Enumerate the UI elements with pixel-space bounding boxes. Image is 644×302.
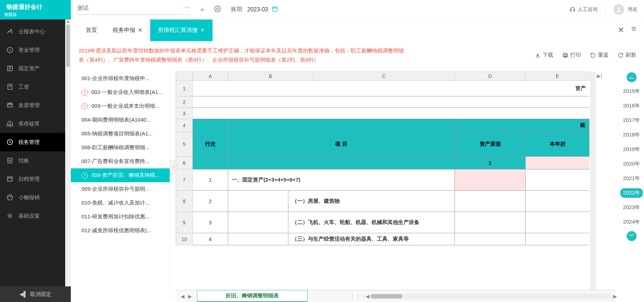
nav-item[interactable]: 发票管理 bbox=[0, 96, 65, 114]
collapse-list-button[interactable]: 《 bbox=[170, 160, 175, 174]
refresh-button[interactable]: 刷新 bbox=[618, 52, 636, 58]
sheet-hscrollbar[interactable]: ◀ ▶ bbox=[371, 293, 612, 299]
cell[interactable]: 账 bbox=[455, 119, 589, 132]
close-all-button[interactable]: ✕ bbox=[618, 26, 624, 35]
cell[interactable]: 2 bbox=[193, 191, 228, 212]
row-header[interactable]: 7 bbox=[176, 169, 193, 191]
sheet-grip[interactable]: ⋮⋮⋮ bbox=[350, 293, 367, 299]
cell[interactable] bbox=[193, 157, 228, 169]
nav-item[interactable]: 结账 bbox=[0, 151, 65, 170]
cell[interactable] bbox=[455, 191, 526, 212]
row-header[interactable]: 10 bbox=[176, 233, 193, 245]
nav-item[interactable]: 小畅报销 bbox=[0, 188, 65, 207]
cell[interactable] bbox=[526, 169, 589, 191]
row-header[interactable]: 1 bbox=[176, 81, 193, 96]
cell[interactable] bbox=[193, 119, 228, 132]
cell[interactable] bbox=[455, 233, 526, 245]
col-header[interactable]: D bbox=[455, 72, 526, 81]
cell[interactable] bbox=[193, 108, 589, 119]
nav-item[interactable]: 基础设置 bbox=[0, 207, 65, 225]
settings-button[interactable] bbox=[214, 5, 221, 13]
tab-close-icon[interactable]: ✕ bbox=[200, 27, 205, 33]
scroll-up-icon[interactable]: ▲ bbox=[65, 19, 71, 24]
reset-button[interactable]: 重置 bbox=[590, 52, 609, 58]
add-button[interactable]: ＋ bbox=[198, 4, 206, 15]
cell[interactable] bbox=[228, 157, 455, 169]
col-header[interactable]: C bbox=[313, 72, 455, 81]
nav-item[interactable]: 固定资产 bbox=[0, 59, 65, 78]
report-item[interactable]: 007-广告费和业务宣传费跨... bbox=[71, 155, 170, 168]
cell[interactable] bbox=[526, 212, 589, 233]
report-item[interactable]: 008-资产折旧、摊销及纳税... bbox=[71, 168, 170, 182]
sheet-corner[interactable] bbox=[176, 72, 193, 81]
tab[interactable]: 所得税汇算清缴✕ bbox=[150, 19, 213, 41]
report-item[interactable]: 005-纳税调整项目明细表(A1... bbox=[71, 127, 170, 141]
year-item[interactable]: 2018年 bbox=[620, 130, 643, 140]
header-cell[interactable]: 项 目 bbox=[228, 132, 455, 157]
year-item[interactable]: 2021年 bbox=[620, 174, 643, 183]
sheet-nav[interactable]: ◀▶ bbox=[176, 293, 197, 299]
header-cell[interactable]: 资产原值 bbox=[455, 132, 526, 157]
print-button[interactable]: 打印 bbox=[563, 52, 581, 58]
year-item[interactable]: 2024年 bbox=[620, 217, 643, 227]
header-cell[interactable]: 行次 bbox=[193, 132, 228, 157]
row-header[interactable]: 6 bbox=[176, 157, 193, 169]
calendar-icon[interactable] bbox=[272, 6, 278, 13]
year-item[interactable]: 2022年 bbox=[620, 188, 643, 198]
sheet-hscroll-thumb[interactable] bbox=[371, 294, 402, 298]
col-header[interactable]: E bbox=[526, 72, 589, 81]
year-up-button[interactable]: ︽ bbox=[627, 72, 637, 82]
year-item[interactable]: 2015年 bbox=[620, 86, 643, 96]
report-item[interactable]: 012-减免所得税优惠明细表(... bbox=[71, 224, 170, 237]
support-button[interactable]: 人工咨询 bbox=[569, 6, 598, 13]
cell[interactable]: （三）与生产经营活动有关的器具、工具、家具等 bbox=[288, 233, 455, 245]
row-header[interactable]: 8 bbox=[176, 191, 193, 212]
report-item[interactable]: 010-免税、减计收入及加计... bbox=[71, 196, 170, 210]
sidebar-scroll-thumb[interactable] bbox=[66, 24, 70, 67]
nav-item[interactable]: 归档管理 bbox=[0, 170, 65, 188]
cell[interactable] bbox=[193, 96, 589, 108]
header-cell[interactable]: 本年折 bbox=[526, 132, 589, 157]
cell[interactable] bbox=[228, 212, 288, 233]
cell[interactable] bbox=[455, 212, 526, 233]
cell[interactable] bbox=[526, 233, 589, 245]
sidebar-scrollbar[interactable]: ▲ ▼ bbox=[65, 19, 71, 302]
tab[interactable]: 税务申报✕ bbox=[105, 19, 150, 41]
year-item[interactable]: 2019年 bbox=[620, 145, 643, 154]
year-item[interactable]: 2016年 bbox=[620, 101, 643, 111]
nav-item[interactable]: 云报表中心 bbox=[0, 22, 65, 41]
year-item[interactable]: 2020年 bbox=[620, 159, 643, 169]
report-item[interactable]: 011-研发费用加计扣除优惠... bbox=[71, 210, 170, 224]
col-header[interactable]: B bbox=[228, 72, 313, 81]
company-selector[interactable]: 测试 ﹀ bbox=[77, 4, 191, 15]
nav-item[interactable]: 资金管理 bbox=[0, 41, 65, 59]
report-item[interactable]: 003-一般企业成本支出明细... bbox=[71, 99, 170, 113]
sheet-vscrollbar[interactable] bbox=[590, 72, 596, 290]
cell[interactable]: 1 bbox=[455, 157, 526, 169]
cell[interactable]: 一、固定资产(2+3+4+5+6+7) bbox=[228, 169, 455, 191]
cell[interactable]: （一）房屋、建筑物 bbox=[288, 191, 455, 212]
sheet-collapse-button[interactable]: ▶| bbox=[597, 73, 602, 79]
tab-close-icon[interactable]: ✕ bbox=[138, 27, 142, 33]
cell[interactable] bbox=[228, 233, 288, 245]
cell[interactable]: （二）飞机、火车、轮船、机器、机械和其他生产设备 bbox=[288, 212, 455, 233]
row-header[interactable]: 2 bbox=[176, 96, 193, 108]
cell[interactable] bbox=[228, 191, 288, 212]
year-item[interactable]: 2017年 bbox=[620, 116, 643, 125]
nav-item[interactable]: 税务管理 bbox=[0, 133, 65, 151]
report-item[interactable]: 004-期间费用明细表(A1040... bbox=[71, 113, 170, 127]
user-menu[interactable]: 用友 bbox=[614, 4, 638, 15]
cell[interactable]: 1 bbox=[193, 169, 228, 191]
cell[interactable] bbox=[455, 169, 526, 191]
nav-item[interactable]: 工资 bbox=[0, 78, 65, 96]
sheet-tab[interactable]: 折旧、摊销调整明细表 bbox=[197, 290, 307, 302]
row-header[interactable]: 9 bbox=[176, 212, 193, 233]
download-button[interactable]: 下载 bbox=[535, 52, 553, 58]
row-header[interactable]: 5 bbox=[176, 132, 193, 157]
row-header[interactable]: 4 bbox=[176, 119, 193, 132]
report-item[interactable]: 009-企业所得税弥补亏损明... bbox=[71, 182, 170, 196]
unpin-button[interactable]: ◀▌ 取消固定 bbox=[0, 286, 71, 302]
cell[interactable] bbox=[526, 191, 589, 212]
cell[interactable] bbox=[526, 157, 589, 169]
cell[interactable]: 4 bbox=[193, 233, 228, 245]
